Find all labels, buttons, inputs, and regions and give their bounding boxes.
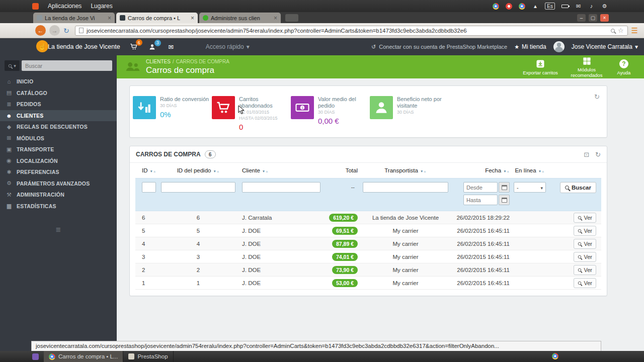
tab-close-icon[interactable] xyxy=(108,15,111,22)
refresh-kpi-icon[interactable] xyxy=(594,92,600,101)
sidebar-item[interactable]: ▤ CATÁLOGO xyxy=(0,87,117,99)
sidebar-item[interactable]: ⚙ PARÁMETROS AVANZADOS xyxy=(0,178,117,190)
battery-icon[interactable] xyxy=(561,5,569,8)
sidebar-item[interactable]: ▆ ESTADÍSTICAS xyxy=(0,201,117,212)
messages-icon[interactable]: ✉ xyxy=(575,3,582,10)
column-header-customer[interactable]: Cliente xyxy=(236,167,321,173)
bookmark-star-icon[interactable] xyxy=(618,27,624,34)
export-carts-button[interactable]: Exportar carritos xyxy=(518,59,562,75)
sidebar-search-input[interactable] xyxy=(22,60,112,71)
table-row[interactable]: 6 6 J. Carratala 619,20 € La tienda de J… xyxy=(135,211,601,224)
column-header-id[interactable]: ID xyxy=(135,167,160,173)
column-header-online[interactable]: En línea xyxy=(510,167,550,173)
filter-id-input[interactable] xyxy=(142,182,156,193)
taskbar-item-prestashop[interactable]: PrestaShop xyxy=(123,351,173,362)
back-button[interactable] xyxy=(35,25,46,36)
filter-online-select[interactable]: - xyxy=(514,182,546,193)
chrome-icon[interactable] xyxy=(552,353,558,359)
sort-icons[interactable] xyxy=(262,167,269,173)
view-cart-button[interactable]: Ver xyxy=(574,226,596,236)
tab-close-icon[interactable] xyxy=(191,15,194,22)
new-tab-button[interactable] xyxy=(285,14,298,22)
view-cart-button[interactable]: Ver xyxy=(574,213,596,223)
shop-name-link[interactable]: La tienda de Jose Vicente xyxy=(48,43,120,50)
browser-menu-icon[interactable] xyxy=(631,26,638,35)
sidebar-item[interactable]: ⌂ INICIO xyxy=(0,76,117,87)
network-icon[interactable]: ▲ xyxy=(532,3,538,10)
sidebar-item[interactable]: ✱ PREFERENCIAS xyxy=(0,166,117,178)
applications-menu[interactable]: Aplicaciones xyxy=(43,0,86,12)
maximize-button[interactable]: ▢ xyxy=(589,14,597,22)
filter-carrier-input[interactable] xyxy=(363,182,448,193)
sort-icons[interactable] xyxy=(503,167,510,173)
sidebar-item[interactable]: ⊞ MÓDULOS xyxy=(0,133,117,144)
table-row[interactable]: 4 4 J. DOE 87,89 € My carrier 26/02/2015… xyxy=(135,237,601,250)
sidebar-item[interactable]: ⚒ ADMINISTRACIÓN xyxy=(0,189,117,201)
sidebar-item[interactable]: ◆ REGLAS DE DESCUENTOS xyxy=(0,121,117,133)
sort-icons[interactable] xyxy=(150,167,156,173)
calendar-icon[interactable] xyxy=(499,182,510,193)
table-row[interactable]: 5 5 J. DOE 69,51 € My carrier 26/02/2015… xyxy=(135,224,601,237)
breadcrumb-parent[interactable]: CLIENTES xyxy=(146,59,171,64)
view-cart-button[interactable]: Ver xyxy=(574,252,596,262)
sidebar-item[interactable]: ☻ CLIENTES xyxy=(0,110,117,122)
refresh-list-icon[interactable] xyxy=(595,150,601,159)
url-input[interactable] xyxy=(87,28,608,34)
search-icon[interactable] xyxy=(611,29,615,33)
sidebar-item[interactable]: ▣ TRANSPORTE xyxy=(0,144,117,155)
filter-order-id-input[interactable] xyxy=(161,182,235,193)
sidebar-item-label: ADMINISTRACIÓN xyxy=(17,192,64,198)
recommended-modules-button[interactable]: Módulos recomendados xyxy=(565,56,609,78)
collapse-menu-icon[interactable] xyxy=(0,225,117,234)
column-header-order-id[interactable]: ID del pedido xyxy=(160,167,236,173)
tab-close-icon[interactable] xyxy=(274,15,277,22)
table-row[interactable]: 1 1 J. DOE 53,00 € My carrier 26/02/2015… xyxy=(135,277,601,290)
export-icon[interactable] xyxy=(584,150,589,159)
minimize-button[interactable]: – xyxy=(577,14,586,22)
places-menu[interactable]: Lugares xyxy=(86,0,117,12)
filter-date-from-input[interactable] xyxy=(463,182,498,193)
sort-icons[interactable] xyxy=(538,167,545,173)
sort-icons[interactable] xyxy=(213,167,219,173)
quick-access-menu[interactable]: Acceso rápido xyxy=(206,43,250,50)
search-icon xyxy=(578,268,581,271)
column-header-carrier[interactable]: Transportista xyxy=(358,167,453,173)
browser-tab-active[interactable]: Carros de compra • L xyxy=(116,13,198,23)
keyboard-layout-indicator[interactable]: Es xyxy=(545,3,555,10)
chrome-icon[interactable] xyxy=(519,3,525,10)
browser-tab[interactable]: La tienda de Jose Vi xyxy=(33,13,115,23)
filter-date-to-input[interactable] xyxy=(463,195,498,205)
browser-tab[interactable]: Administre sus clien xyxy=(199,13,281,23)
search-button[interactable]: Buscar xyxy=(560,182,596,193)
table-row[interactable]: 3 3 J. DOE 74,01 € My carrier 26/02/2015… xyxy=(135,250,601,263)
chrome-icon[interactable] xyxy=(493,3,499,10)
sidebar-item[interactable]: ◉ LOCALIZACIÓN xyxy=(0,155,117,167)
table-row[interactable]: 2 2 J. DOE 73,90 € My carrier 26/02/2015… xyxy=(135,263,601,277)
messages-icon[interactable] xyxy=(166,43,176,51)
screen-recorder-icon[interactable] xyxy=(506,3,512,10)
forward-button[interactable] xyxy=(49,25,60,36)
user-menu[interactable]: Jose Vicente Carratala xyxy=(572,43,638,50)
window-list-icon[interactable] xyxy=(32,353,39,360)
view-cart-button[interactable]: Ver xyxy=(574,239,596,249)
sort-icons[interactable] xyxy=(420,167,427,173)
address-bar[interactable] xyxy=(75,26,628,36)
sidebar-item[interactable]: ≣ PEDIDOS xyxy=(0,99,117,110)
column-header-date[interactable]: Fecha xyxy=(453,167,510,173)
search-scope-button[interactable] xyxy=(5,60,20,71)
cart-icon[interactable]: 6 xyxy=(129,43,139,51)
order-id-cell: 1 xyxy=(160,280,236,286)
help-button[interactable]: Ayuda xyxy=(611,59,637,75)
view-cart-button[interactable]: Ver xyxy=(574,265,596,275)
my-shop-link[interactable]: Mi tienda xyxy=(514,43,546,50)
reload-button[interactable] xyxy=(63,27,71,35)
marketplace-link[interactable]: Conectar con su cuenta de PrestaShop Mar… xyxy=(371,44,507,50)
close-button[interactable]: × xyxy=(600,14,609,22)
taskbar-item-browser[interactable]: Carros de compra • L... xyxy=(44,351,123,362)
view-cart-button[interactable]: Ver xyxy=(574,278,596,288)
volume-icon[interactable]: ♪ xyxy=(588,3,595,10)
session-gear-icon[interactable]: ⚙ xyxy=(601,3,608,10)
customers-header-icon[interactable]: 3 xyxy=(147,43,157,51)
filter-customer-input[interactable] xyxy=(242,182,320,193)
calendar-icon[interactable] xyxy=(499,195,510,205)
